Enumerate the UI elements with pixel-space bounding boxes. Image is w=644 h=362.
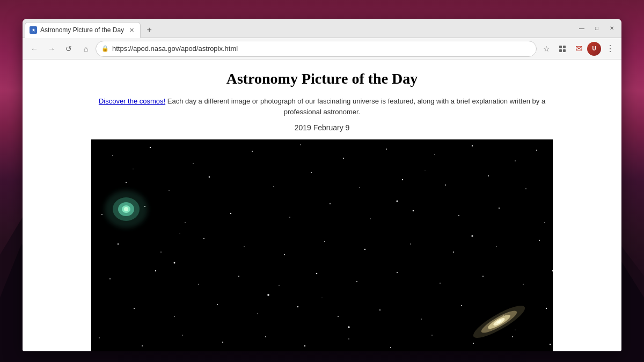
home-button[interactable]: ⌂: [78, 41, 93, 56]
svg-point-23: [488, 175, 489, 176]
tabs-area: ★ Astronomy Picture of the Day ✕ +: [23, 19, 574, 38]
svg-point-24: [525, 188, 526, 189]
maximize-button[interactable]: □: [589, 21, 604, 36]
svg-point-37: [118, 243, 119, 245]
svg-point-50: [198, 284, 199, 285]
extensions-icon: [557, 44, 568, 54]
svg-point-32: [370, 218, 370, 219]
svg-point-57: [482, 276, 484, 277]
svg-point-34: [458, 215, 459, 216]
svg-point-55: [397, 272, 398, 273]
svg-point-13: [515, 160, 516, 161]
svg-point-7: [252, 151, 253, 152]
svg-point-35: [499, 208, 500, 209]
user-avatar-button[interactable]: U: [587, 42, 601, 56]
svg-point-51: [238, 276, 239, 277]
astronomy-image[interactable]: [91, 139, 553, 351]
svg-point-31: [330, 203, 331, 204]
svg-point-19: [311, 172, 312, 173]
svg-point-95: [471, 235, 473, 237]
svg-point-76: [304, 345, 305, 346]
lock-icon: 🔒: [101, 45, 109, 52]
description-text: Each day a different image or photograph…: [165, 97, 545, 116]
svg-point-96: [348, 326, 349, 328]
description-paragraph: Discover the cosmos! Each day a differen…: [91, 96, 553, 117]
svg-point-16: [169, 190, 169, 190]
svg-point-18: [273, 186, 274, 187]
svg-point-15: [126, 182, 127, 183]
address-bar-container[interactable]: 🔒: [96, 41, 537, 57]
extensions-button[interactable]: [555, 41, 570, 56]
svg-point-47: [539, 240, 540, 241]
svg-point-9: [343, 158, 344, 159]
forward-button[interactable]: →: [44, 41, 59, 56]
svg-point-78: [390, 347, 391, 348]
svg-point-82: [550, 344, 551, 345]
discover-cosmos-link[interactable]: Discover the cosmos!: [99, 97, 165, 105]
svg-point-102: [425, 171, 426, 171]
page-content: Astronomy Picture of the Day Discover th…: [23, 60, 621, 351]
svg-point-72: [142, 345, 143, 346]
svg-point-75: [265, 336, 266, 337]
svg-point-56: [440, 283, 441, 284]
svg-point-73: [182, 335, 182, 335]
tab-close-button[interactable]: ✕: [127, 26, 136, 34]
page-title: Astronomy Picture of the Day: [91, 70, 553, 87]
svg-point-64: [297, 306, 298, 307]
svg-point-6: [193, 163, 193, 164]
svg-point-20: [359, 187, 360, 188]
svg-point-38: [160, 252, 162, 253]
svg-point-40: [244, 246, 244, 247]
address-input[interactable]: [112, 45, 531, 53]
window-controls: — □ ✕: [574, 21, 619, 36]
svg-point-101: [322, 298, 323, 298]
svg-point-77: [348, 338, 349, 339]
svg-point-11: [434, 154, 435, 154]
svg-point-52: [279, 285, 279, 285]
svg-point-22: [445, 184, 446, 186]
svg-point-29: [230, 213, 231, 214]
navigation-bar: ← → ↺ ⌂ 🔒 ☆ ✉ U ⋮: [23, 38, 621, 60]
svg-point-66: [379, 309, 380, 311]
svg-point-39: [203, 238, 204, 239]
reload-button[interactable]: ↺: [61, 41, 76, 56]
galaxy-object: [470, 300, 528, 343]
svg-point-17: [209, 176, 210, 178]
svg-point-100: [180, 233, 180, 234]
bookmark-star-button[interactable]: ☆: [539, 41, 554, 56]
svg-point-4: [112, 155, 113, 156]
browser-window: ★ Astronomy Picture of the Day ✕ + — □ ✕…: [23, 19, 621, 351]
svg-point-12: [472, 145, 473, 146]
svg-point-58: [523, 284, 523, 284]
svg-point-80: [473, 343, 474, 344]
close-button[interactable]: ✕: [604, 21, 619, 36]
page-inner: Astronomy Picture of the Day Discover th…: [80, 70, 564, 351]
more-options-button[interactable]: ⋮: [602, 41, 617, 56]
svg-point-65: [338, 316, 339, 317]
svg-point-43: [364, 249, 365, 250]
svg-point-33: [413, 210, 414, 212]
svg-point-42: [324, 241, 325, 242]
date-display: 2019 February 9: [91, 123, 553, 132]
svg-point-67: [421, 319, 422, 320]
svg-point-41: [284, 254, 285, 255]
tab-title: Astronomy Picture of the Day: [40, 26, 124, 34]
active-tab[interactable]: ★ Astronomy Picture of the Day ✕: [25, 22, 141, 38]
svg-point-28: [185, 222, 185, 223]
svg-point-99: [133, 169, 134, 169]
svg-point-59: [552, 270, 553, 271]
svg-point-45: [453, 252, 454, 253]
browser-title-bar: ★ Astronomy Picture of the Day ✕ + — □ ✕: [23, 19, 621, 38]
svg-point-79: [431, 335, 432, 335]
svg-point-30: [289, 217, 290, 218]
inbox-icon-button[interactable]: ✉: [571, 41, 586, 56]
svg-point-103: [515, 330, 516, 330]
svg-point-5: [150, 147, 151, 148]
new-tab-button[interactable]: +: [142, 23, 157, 38]
svg-point-10: [386, 149, 387, 150]
minimize-button[interactable]: —: [574, 21, 589, 36]
svg-point-74: [222, 342, 223, 343]
svg-point-71: [99, 337, 100, 338]
back-button[interactable]: ←: [27, 41, 42, 56]
svg-point-21: [402, 179, 403, 180]
